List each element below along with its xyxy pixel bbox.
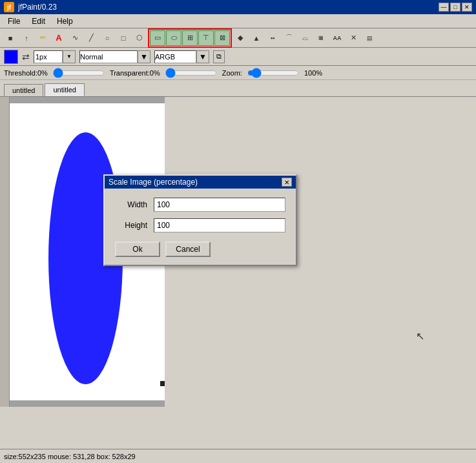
copy-icon: ⧉: [216, 52, 222, 61]
dialog-buttons: Ok Cancel: [115, 239, 285, 257]
texture-tool-button[interactable]: ▤: [362, 30, 377, 46]
move-tool-button[interactable]: ⊤: [198, 30, 214, 46]
primary-color-swatch[interactable]: [4, 50, 18, 64]
tab-untitled-1[interactable]: untitled: [4, 84, 43, 96]
dialog-content: Width Height Ok Cancel: [105, 189, 296, 265]
threshold-slider[interactable]: [53, 68, 105, 77]
selection-tools-group: ▭ ⬭ ⊞ ⊤ ⊠: [148, 28, 232, 48]
ellipse-select-tool-button[interactable]: ⬭: [166, 30, 181, 46]
transparent-label: Transparent:0%: [110, 69, 160, 77]
canvas-area[interactable]: ↖ Scale Image (percentage) ✕ Width Heigh…: [0, 97, 476, 407]
curve-tool-button[interactable]: ∿: [67, 30, 83, 46]
pencil-tool-button[interactable]: ✏: [35, 30, 50, 46]
filter-tool-button[interactable]: ▦: [313, 30, 329, 46]
close-button[interactable]: ✕: [462, 3, 472, 12]
status-bar: size:552x235 mouse: 531,28 box: 528x29: [0, 449, 476, 463]
title-bar: jf jfPaint/0.23 — □ ✕: [0, 0, 476, 14]
channel-mode-dropdown[interactable]: ▼: [196, 50, 209, 63]
color-picker-tool-button[interactable]: ◆: [233, 30, 248, 46]
blend-mode-select[interactable]: [79, 50, 138, 63]
zoom-label: Zoom:: [222, 69, 242, 77]
zoom-value: 100%: [304, 69, 322, 77]
rect-crop-tool-button[interactable]: ⊞: [182, 30, 198, 46]
height-row: Height: [115, 218, 285, 232]
copy-channel-button[interactable]: ⧉: [213, 50, 225, 63]
dialog-title-bar: Scale Image (percentage) ✕: [105, 176, 296, 189]
ok-button[interactable]: Ok: [115, 242, 160, 257]
maximize-button[interactable]: □: [450, 3, 460, 12]
arc-tool-button[interactable]: ⌓: [297, 30, 313, 46]
status-text: size:552x235 mouse: 531,28 box: 528x29: [4, 453, 136, 460]
tabs-bar: untitled untitled: [0, 80, 476, 97]
text-tool-button[interactable]: A: [51, 30, 67, 46]
dialog-title: Scale Image (percentage): [109, 178, 198, 187]
zoom-slider[interactable]: [247, 68, 299, 77]
menu-file[interactable]: File: [3, 15, 25, 27]
polyline-tool-button[interactable]: ⬡: [132, 30, 147, 46]
scale-image-dialog: Scale Image (percentage) ✕ Width Height …: [103, 174, 297, 266]
dialog-close-button[interactable]: ✕: [282, 178, 292, 187]
title-bar-controls: — □ ✕: [439, 3, 472, 12]
menu-bar: File Edit Help: [0, 14, 476, 28]
brush-size-input[interactable]: [34, 50, 63, 63]
curve2-tool-button[interactable]: ⌒: [281, 30, 296, 46]
options-bar: ⇄ ▼ ▼ ▼ ⧉: [0, 48, 476, 66]
left-ruler: [0, 97, 10, 407]
eraser-tool-button[interactable]: ✕: [346, 30, 361, 46]
blend-mode-dropdown[interactable]: ▼: [138, 50, 150, 63]
stamp-tool-button[interactable]: ▪▪: [265, 30, 280, 46]
menu-edit[interactable]: Edit: [26, 15, 50, 27]
ellipse-tool-button[interactable]: ○: [99, 30, 115, 46]
app-icon: jf: [4, 2, 14, 12]
threshold-zoom-bar: Threshold:0% Transparent:0% Zoom: 100%: [0, 66, 476, 80]
brush-size-dropdown[interactable]: ▼: [63, 50, 76, 63]
height-input[interactable]: [154, 218, 285, 232]
channel-mode-input[interactable]: [154, 50, 196, 63]
transparent-slider[interactable]: [165, 68, 217, 77]
tab-untitled-2[interactable]: untitled: [45, 83, 84, 96]
aa-tool-button[interactable]: AA: [329, 30, 345, 46]
width-row: Width: [115, 198, 285, 212]
toolbar: ■ ↑ ✏ A ∿ ╱ ○ □ ⬡ ▭ ⬭ ⊞ ⊤ ⊠ ◆ ▲ ▪▪ ⌒ ⌓ ▦…: [0, 28, 476, 48]
paint-bucket-tool-button[interactable]: ▲: [249, 30, 264, 46]
line-tool-button[interactable]: ╱: [83, 30, 99, 46]
transform-tool-button[interactable]: ⊠: [214, 30, 230, 46]
width-input[interactable]: [154, 198, 285, 212]
arrow-up-tool-button[interactable]: ↑: [19, 30, 34, 46]
minimize-button[interactable]: —: [439, 3, 449, 12]
rect-select-tool-button[interactable]: ▭: [150, 30, 165, 46]
menu-help[interactable]: Help: [52, 15, 78, 27]
cancel-button[interactable]: Cancel: [165, 242, 211, 257]
rect-tool-button[interactable]: □: [116, 30, 131, 46]
title-bar-title: jfPaint/0.23: [18, 3, 57, 12]
swap-colors-button[interactable]: ⇄: [22, 52, 30, 62]
title-bar-left: jf jfPaint/0.23: [4, 2, 57, 12]
fill-tool-button[interactable]: ■: [3, 30, 18, 46]
width-label: Width: [115, 200, 147, 209]
height-label: Height: [115, 221, 147, 230]
threshold-label: Threshold:0%: [4, 69, 48, 77]
